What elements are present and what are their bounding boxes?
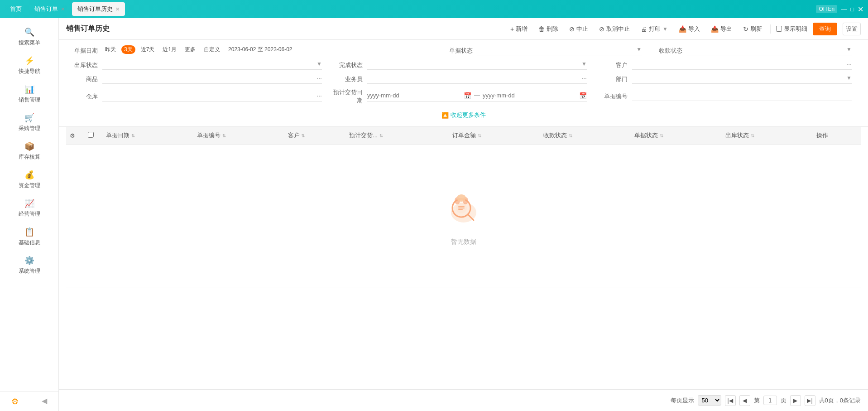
- collapse-up-icon: 🔼: [441, 112, 449, 119]
- payment-status-chevron-icon[interactable]: ▼: [846, 46, 852, 53]
- sidebar-item-quick-nav[interactable]: ⚡ 快捷导航: [0, 51, 58, 80]
- date-tag-more[interactable]: 更多: [182, 45, 198, 54]
- sidebar-collapse-icon[interactable]: ◀: [42, 396, 47, 406]
- col-order-status[interactable]: 单据状态 ⇅: [631, 127, 722, 145]
- calendar-to-icon[interactable]: 📅: [579, 92, 587, 99]
- order-status-input[interactable]: [477, 46, 634, 53]
- sidebar-item-purchase-mgmt[interactable]: 🛒 采购管理: [0, 108, 58, 137]
- current-page-display[interactable]: 1: [763, 396, 777, 405]
- delivery-date-from-input[interactable]: [367, 92, 461, 99]
- customer-filter-label: 客户: [596, 61, 632, 69]
- delete-button[interactable]: 🗑 删除: [536, 23, 561, 35]
- salesperson-field: ···: [367, 74, 587, 84]
- export-button[interactable]: 📤 导出: [708, 23, 735, 35]
- payment-status-field: ▼: [687, 46, 852, 55]
- completion-status-input[interactable]: [367, 61, 579, 68]
- sidebar-item-operations-mgmt-label: 经营管理: [19, 210, 40, 218]
- cancel-stop-button[interactable]: ⊘ 取消中止: [596, 23, 633, 35]
- per-page-select[interactable]: 50 20 100: [698, 395, 721, 406]
- product-field: ···: [102, 74, 322, 84]
- payment-status-input[interactable]: [687, 46, 844, 53]
- stop-button[interactable]: ⊘ 中止: [566, 23, 591, 35]
- main-layout: 🔍 搜索菜单 ⚡ 快捷导航 📊 销售管理 🛒 采购管理 📦 库存核算 💰 资金管…: [0, 18, 868, 411]
- print-button[interactable]: 🖨 打印 ▼: [638, 23, 671, 35]
- col-amount[interactable]: 订单金额 ⇅: [449, 127, 540, 145]
- col-date[interactable]: 单据日期 ⇅: [102, 127, 193, 145]
- empty-icon: [441, 185, 486, 231]
- product-input[interactable]: [102, 75, 312, 82]
- filter-row-2: 出库状态 ▼ 完成状态 ▼ 客户 ···: [66, 60, 861, 70]
- sidebar-item-operations-mgmt[interactable]: 📈 经营管理: [0, 194, 58, 222]
- export-label: 导出: [720, 25, 732, 33]
- calendar-from-icon[interactable]: 📅: [464, 92, 471, 99]
- product-dots-icon[interactable]: ···: [317, 74, 322, 82]
- col-delivery-date[interactable]: 预计交货... ⇅: [345, 127, 449, 145]
- new-button[interactable]: + 新增: [508, 23, 530, 35]
- minimize-btn[interactable]: —: [841, 6, 847, 13]
- tab-sales-order[interactable]: 销售订单 ✕: [29, 2, 70, 16]
- delivery-status-input[interactable]: [102, 61, 314, 68]
- order-status-chevron-icon[interactable]: ▼: [636, 46, 642, 53]
- import-button[interactable]: 📥 导入: [676, 23, 703, 35]
- date-tag-today[interactable]: 昨天: [102, 45, 119, 54]
- col-payment-status[interactable]: 收款状态 ⇅: [540, 127, 631, 145]
- display-columns-input[interactable]: [776, 26, 782, 32]
- completion-status-label: 完成状态: [331, 61, 367, 69]
- tab-sales-order-close[interactable]: ✕: [61, 6, 65, 12]
- col-number[interactable]: 单据编号 ⇅: [193, 127, 284, 145]
- close-btn[interactable]: ✕: [858, 5, 863, 14]
- page-word-label: 第: [754, 396, 760, 405]
- toolbar-divider: [770, 24, 771, 34]
- empty-row: 暂无数据: [66, 145, 861, 287]
- date-tag-7days[interactable]: 近7天: [138, 45, 158, 54]
- display-columns-label: 显示明细: [784, 25, 807, 33]
- completion-status-chevron-icon[interactable]: ▼: [581, 61, 587, 67]
- filter-collapse-button[interactable]: 🔼 收起更多条件: [66, 109, 861, 121]
- tab-sales-order-history-close[interactable]: ✕: [115, 6, 120, 12]
- settings-button[interactable]: 设置: [843, 23, 861, 35]
- col-actions: 操作: [813, 127, 861, 145]
- sidebar-item-sales-mgmt[interactable]: 📊 销售管理: [0, 80, 58, 108]
- order-number-input[interactable]: [632, 92, 852, 99]
- collapse-label: 收起更多条件: [451, 111, 486, 119]
- department-input[interactable]: [632, 75, 844, 82]
- sidebar-item-basic-info[interactable]: 📋 基础信息: [0, 222, 58, 251]
- next-page-button[interactable]: ▶: [790, 395, 801, 406]
- col-customer-sort-icon: ⇅: [301, 133, 305, 138]
- col-delivery-status[interactable]: 出库状态 ⇅: [722, 127, 813, 145]
- col-delivery-date-sort-icon: ⇅: [379, 133, 383, 138]
- tab-sales-order-history[interactable]: 销售订单历史 ✕: [72, 2, 125, 16]
- refresh-button[interactable]: ↻ 刷新: [740, 23, 765, 35]
- delivery-status-chevron-icon[interactable]: ▼: [317, 61, 322, 67]
- warehouse-input[interactable]: [102, 92, 312, 99]
- col-customer[interactable]: 客户 ⇅: [284, 127, 345, 145]
- delivery-date-to-input[interactable]: [483, 92, 576, 99]
- sidebar-item-purchase-mgmt-label: 采购管理: [19, 125, 40, 132]
- sidebar-item-search-menu[interactable]: 🔍 搜索菜单: [0, 23, 58, 51]
- date-tag-1month[interactable]: 近1月: [160, 45, 179, 54]
- date-tag-3days[interactable]: 3天: [121, 45, 135, 54]
- display-columns-checkbox[interactable]: 显示明细: [776, 25, 807, 33]
- warehouse-dots-icon[interactable]: ···: [317, 92, 322, 99]
- department-chevron-icon[interactable]: ▼: [846, 75, 852, 81]
- col-payment-status-label: 收款状态: [543, 132, 567, 139]
- tab-home[interactable]: 首页: [5, 2, 27, 16]
- sidebar-item-inventory[interactable]: 📦 库存核算: [0, 137, 58, 165]
- col-settings[interactable]: ⚙: [66, 127, 84, 145]
- last-page-button[interactable]: ▶|: [805, 395, 815, 406]
- first-page-button[interactable]: |◀: [725, 395, 736, 406]
- salesperson-input[interactable]: [367, 75, 577, 82]
- customer-dots-icon[interactable]: ···: [846, 60, 852, 68]
- sidebar-item-system-mgmt[interactable]: ⚙️ 系统管理: [0, 251, 58, 280]
- sidebar-settings-icon[interactable]: ⚙: [11, 396, 19, 406]
- sidebar-item-finance-mgmt[interactable]: 💰 资金管理: [0, 165, 58, 194]
- delivery-date-field: 📅 — 📅: [367, 92, 587, 102]
- cancel-stop-icon: ⊘: [599, 25, 604, 33]
- maximize-btn[interactable]: □: [850, 6, 854, 13]
- query-button[interactable]: 查询: [813, 23, 837, 35]
- date-tag-custom[interactable]: 自定义: [201, 45, 223, 54]
- prev-page-button[interactable]: ◀: [739, 395, 750, 406]
- select-all-checkbox[interactable]: [88, 132, 94, 138]
- customer-input[interactable]: [632, 61, 842, 68]
- salesperson-dots-icon[interactable]: ···: [581, 74, 587, 82]
